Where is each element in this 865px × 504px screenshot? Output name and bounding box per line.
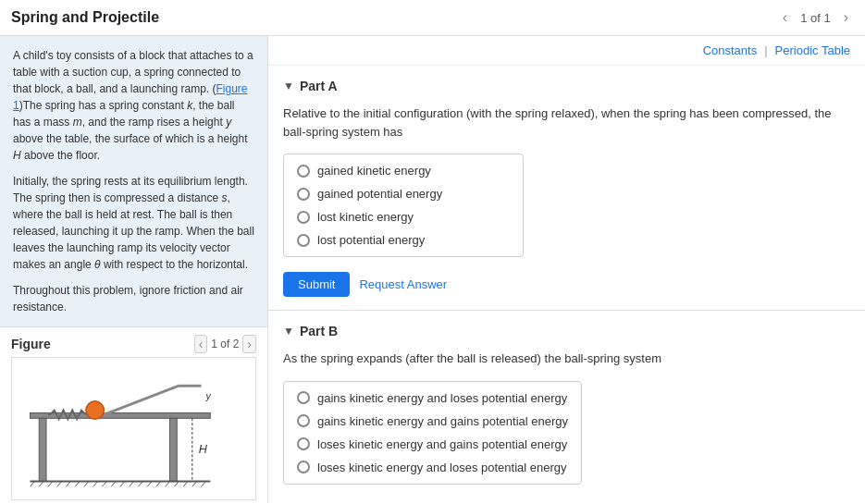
header-navigation: ‹ 1 of 1 ›	[777, 7, 854, 28]
option-a3-label: lost kinetic energy	[317, 210, 414, 224]
option-a1-label: gained kinetic energy	[317, 164, 431, 178]
radio-a1[interactable]	[297, 165, 310, 178]
figure-pagination: 1 of 2	[211, 338, 239, 350]
radio-b3[interactable]	[297, 437, 310, 450]
figure-navigation: ‹ 1 of 2 ›	[194, 335, 256, 353]
page-title: Spring and Projectile	[11, 9, 159, 26]
svg-text:H: H	[199, 443, 208, 456]
part-a-actions: Submit Request Answer	[283, 272, 850, 297]
main-layout: A child's toy consists of a block that a…	[0, 36, 865, 503]
next-page-button[interactable]: ›	[838, 7, 854, 28]
svg-line-5	[104, 386, 179, 414]
part-b-section: ▼ Part B As the spring expands (after th…	[268, 311, 865, 503]
pagination-label: 1 of 1	[800, 11, 831, 25]
radio-b1[interactable]	[297, 391, 310, 404]
part-b-option-1[interactable]: gains kinetic energy and loses potential…	[297, 391, 568, 405]
radio-b4[interactable]	[297, 461, 310, 473]
part-b-label: Part B	[300, 324, 338, 338]
part-b-arrow: ▼	[283, 325, 294, 338]
option-a2-label: gained potential energy	[317, 187, 442, 201]
constants-link[interactable]: Constants	[703, 43, 758, 57]
problem-text-box: A child's toy consists of a block that a…	[0, 36, 267, 326]
right-panel: Constants | Periodic Table ▼ Part A Rela…	[268, 36, 865, 503]
problem-paragraph-3: Throughout this problem, ignore friction…	[13, 282, 254, 315]
figure-link[interactable]: Figure 1	[13, 82, 247, 112]
radio-a3[interactable]	[297, 211, 310, 224]
option-b1-label: gains kinetic energy and loses potential…	[317, 391, 567, 405]
figure-section: Figure ‹ 1 of 2 ›	[0, 326, 267, 503]
option-b3-label: loses kinetic energy and gains potential…	[317, 437, 567, 451]
option-a4-label: lost potential energy	[317, 233, 425, 247]
svg-point-4	[86, 401, 104, 419]
left-panel: A child's toy consists of a block that a…	[0, 36, 268, 503]
request-answer-button[interactable]: Request Answer	[359, 272, 447, 297]
submit-button[interactable]: Submit	[283, 272, 350, 297]
part-a-option-2[interactable]: gained potential energy	[297, 187, 510, 201]
prev-page-button[interactable]: ‹	[777, 7, 793, 28]
radio-b2[interactable]	[297, 414, 310, 427]
periodic-table-link[interactable]: Periodic Table	[775, 43, 850, 57]
part-b-header[interactable]: ▼ Part B	[283, 324, 850, 338]
figure-prev-button[interactable]: ‹	[194, 335, 208, 353]
part-a-option-4[interactable]: lost potential energy	[297, 233, 510, 247]
radio-a2[interactable]	[297, 188, 310, 201]
figure-illustration: H y	[11, 357, 256, 500]
part-b-option-2[interactable]: gains kinetic energy and gains potential…	[297, 414, 568, 428]
svg-text:y: y	[204, 390, 211, 401]
part-a-question: Relative to the initial configuration (w…	[283, 104, 850, 141]
problem-paragraph-1: A child's toy consists of a block that a…	[13, 47, 254, 164]
option-b4-label: loses kinetic energy and loses potential…	[317, 461, 567, 474]
svg-rect-1	[39, 418, 46, 481]
part-b-option-4[interactable]: loses kinetic energy and loses potential…	[297, 461, 568, 474]
links-separator: |	[764, 43, 767, 57]
figure-header: Figure ‹ 1 of 2 ›	[11, 335, 256, 353]
svg-rect-2	[169, 418, 177, 481]
part-b-options: gains kinetic energy and loses potential…	[283, 381, 582, 485]
option-b2-label: gains kinetic energy and gains potential…	[317, 414, 568, 428]
part-a-option-3[interactable]: lost kinetic energy	[297, 210, 510, 224]
part-b-option-3[interactable]: loses kinetic energy and gains potential…	[297, 437, 568, 451]
part-a-section: ▼ Part A Relative to the initial configu…	[268, 66, 865, 311]
part-a-options: gained kinetic energy gained potential e…	[283, 154, 524, 257]
problem-paragraph-2: Initially, the spring rests at its equil…	[13, 173, 254, 273]
part-a-header[interactable]: ▼ Part A	[283, 79, 850, 93]
radio-a4[interactable]	[297, 234, 310, 247]
part-a-label: Part A	[300, 79, 338, 93]
header: Spring and Projectile ‹ 1 of 1 ›	[0, 0, 865, 36]
figure-label: Figure	[11, 337, 51, 351]
figure-next-button[interactable]: ›	[242, 335, 256, 353]
part-a-option-1[interactable]: gained kinetic energy	[297, 164, 510, 178]
part-a-arrow: ▼	[283, 80, 294, 92]
top-links-bar: Constants | Periodic Table	[268, 36, 865, 66]
part-b-question: As the spring expands (after the ball is…	[283, 350, 850, 368]
